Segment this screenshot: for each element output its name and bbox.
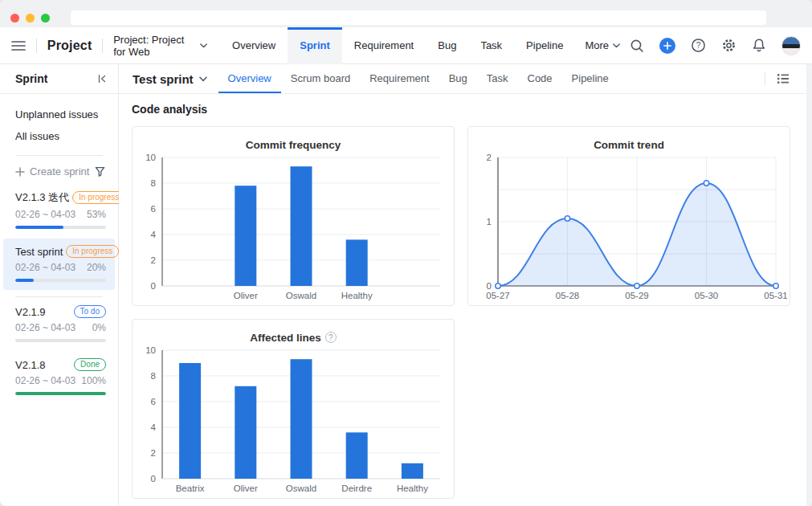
- progress-track: [15, 226, 106, 229]
- sprint-card-v218[interactable]: V2.1.8 Done 02-26 ~ 04-03 100%: [3, 352, 115, 403]
- svg-text:0: 0: [151, 281, 156, 291]
- sprint-card-test-sprint[interactable]: Test sprint In progress 02-26 ~ 04-03 20…: [3, 239, 115, 290]
- nav-tab-sprint[interactable]: Sprint: [288, 27, 342, 64]
- progress-fill: [15, 279, 34, 282]
- svg-text:2: 2: [151, 448, 156, 458]
- svg-text:10: 10: [145, 345, 156, 355]
- project-selector[interactable]: Project: Project for Web: [113, 34, 207, 58]
- nav-tab-pipeline[interactable]: Pipeline: [514, 27, 575, 64]
- svg-text:6: 6: [151, 397, 156, 406]
- hamburger-menu-icon[interactable]: [11, 40, 26, 51]
- overview-content: Code analysis Commit frequency 0246810Ol…: [119, 94, 812, 499]
- settings-gear-icon[interactable]: [721, 38, 737, 53]
- progress-fill: [15, 226, 63, 229]
- chart-title: Commit trend: [594, 139, 664, 151]
- scrollbar[interactable]: [806, 64, 812, 505]
- nav-tabs: Overview Sprint Requirement Bug Task Pip…: [220, 27, 630, 64]
- sprint-percent: 53%: [87, 209, 106, 220]
- tab-pipeline[interactable]: Pipeline: [562, 64, 618, 93]
- svg-text:Oliver: Oliver: [234, 291, 258, 300]
- help-icon[interactable]: ?: [325, 332, 337, 343]
- svg-text:05-27: 05-27: [486, 291, 509, 300]
- tab-requirement[interactable]: Requirement: [360, 64, 439, 93]
- nav-tab-bug[interactable]: Bug: [426, 27, 468, 64]
- divider: [36, 39, 37, 53]
- svg-text:Oliver: Oliver: [234, 484, 258, 493]
- maximize-window-icon[interactable]: [41, 14, 50, 22]
- svg-text:4: 4: [151, 230, 157, 239]
- close-window-icon[interactable]: [10, 14, 19, 22]
- detail-list-icon[interactable]: [777, 73, 790, 84]
- svg-text:10: 10: [145, 153, 156, 162]
- status-badge: To do: [74, 305, 106, 318]
- nav-more-menu[interactable]: More: [575, 27, 630, 64]
- sprint-percent: 100%: [81, 375, 106, 386]
- status-badge: In progress: [72, 191, 125, 204]
- help-icon[interactable]: ?: [691, 38, 706, 53]
- progress-track: [15, 279, 106, 282]
- minimize-window-icon[interactable]: [26, 14, 35, 22]
- section-title: Code analysis: [132, 102, 799, 116]
- svg-text:Deirdre: Deirdre: [341, 484, 372, 493]
- create-sprint-button[interactable]: Create sprint: [15, 165, 89, 178]
- address-bar[interactable]: [71, 10, 766, 25]
- svg-text:8: 8: [151, 178, 156, 188]
- tab-scrum-board[interactable]: Scrum board: [281, 64, 360, 93]
- progress-fill: [15, 392, 106, 395]
- sprint-name: V2.1.3 迭代: [15, 190, 69, 205]
- sprint-title-selector[interactable]: Test sprint: [133, 64, 207, 93]
- affected-lines-chart: 0246810BeatrixOliverOswaldDeirdreHealthy: [135, 345, 451, 496]
- sprint-card-v213[interactable]: V2.1.3 迭代 In progress 02-26 ~ 04-03 53%: [3, 184, 115, 237]
- svg-text:2: 2: [151, 255, 156, 265]
- collapse-sidebar-icon[interactable]: [96, 73, 108, 84]
- browser-chrome: [0, 0, 812, 27]
- svg-text:2: 2: [487, 153, 492, 162]
- nav-tab-overview[interactable]: Overview: [220, 27, 288, 64]
- nav-tab-requirement[interactable]: Requirement: [342, 27, 426, 64]
- chevron-down-icon: [613, 43, 620, 48]
- user-avatar[interactable]: [781, 36, 801, 55]
- project-selector-label: Project: Project for Web: [113, 34, 195, 58]
- brand-title: Project: [47, 39, 92, 53]
- sidebar-item-all-issues[interactable]: All issues: [0, 125, 118, 147]
- sprint-dates: 02-26 ~ 04-03: [15, 375, 75, 386]
- svg-text:1: 1: [487, 217, 492, 226]
- affected-lines-card: Affected lines ? 0246810BeatrixOliverOsw…: [132, 319, 455, 499]
- create-new-button[interactable]: [659, 38, 675, 54]
- sprint-card-v219[interactable]: V2.1.9 To do 02-26 ~ 04-03 0%: [3, 299, 115, 350]
- search-icon[interactable]: [630, 39, 644, 53]
- sidebar-title: Sprint: [15, 72, 47, 85]
- svg-text:6: 6: [151, 204, 156, 214]
- tab-task[interactable]: Task: [477, 64, 518, 93]
- svg-text:Oswald: Oswald: [286, 291, 316, 300]
- sprint-name: V2.1.9: [15, 306, 46, 318]
- svg-text:05-30: 05-30: [695, 291, 718, 300]
- sprint-sidebar: Sprint Unplanned issues All issues Creat…: [0, 64, 119, 505]
- svg-text:05-28: 05-28: [556, 291, 579, 300]
- divider: [765, 72, 765, 85]
- app-window: Project Project: Project for Web Overvie…: [0, 0, 812, 506]
- divider: [102, 39, 103, 53]
- sprint-name: Test sprint: [15, 246, 63, 258]
- nav-actions: ?: [630, 36, 801, 55]
- svg-text:Beatrix: Beatrix: [176, 484, 205, 493]
- commit-trend-card: Commit trend 01205-2705-2805-2905-3005-3…: [467, 126, 790, 306]
- chevron-down-icon: [200, 43, 207, 48]
- status-badge: Done: [74, 358, 106, 371]
- svg-text:05-31: 05-31: [764, 291, 787, 300]
- nav-tab-task[interactable]: Task: [468, 27, 514, 64]
- commit-frequency-chart: 0246810OliverOswaldHealthy: [135, 153, 451, 304]
- tab-bug[interactable]: Bug: [439, 64, 477, 93]
- sprint-dates: 02-26 ~ 04-03: [15, 322, 75, 333]
- create-sprint-label: Create sprint: [30, 165, 89, 178]
- tab-code[interactable]: Code: [518, 64, 562, 93]
- sidebar-item-unplanned-issues[interactable]: Unplanned issues: [0, 104, 118, 125]
- svg-text:?: ?: [696, 41, 701, 50]
- svg-text:4: 4: [151, 422, 157, 432]
- nav-more-label: More: [585, 39, 609, 51]
- notifications-bell-icon[interactable]: [752, 38, 766, 53]
- sprint-dates: 02-26 ~ 04-03: [15, 209, 75, 220]
- filter-funnel-icon[interactable]: [94, 165, 106, 178]
- tab-overview[interactable]: Overview: [218, 64, 281, 93]
- chevron-down-icon: [199, 76, 207, 82]
